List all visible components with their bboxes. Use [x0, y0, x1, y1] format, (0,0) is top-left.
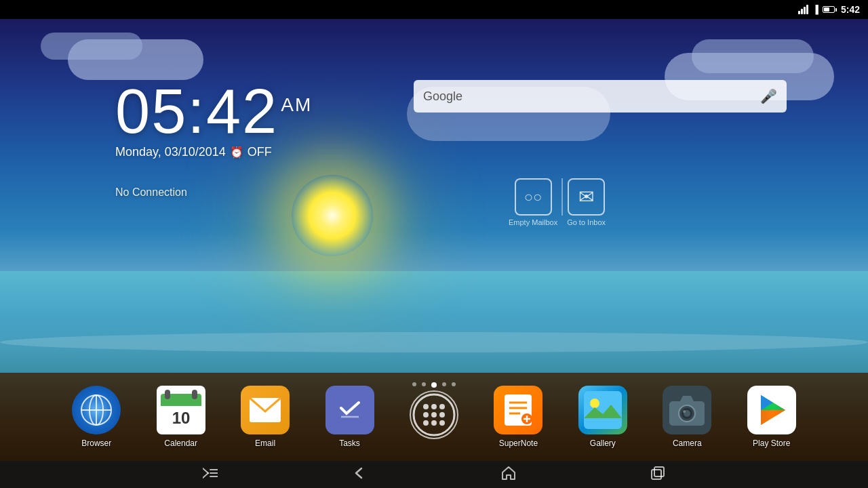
- svg-point-20: [423, 420, 429, 426]
- wallpaper: 05:42AM Monday, 03/10/2014 ⏰ OFF No Conn…: [0, 19, 868, 488]
- inbox-icon: ✉: [578, 186, 594, 208]
- app-supernote[interactable]: SuperNote: [494, 386, 542, 448]
- nav-back-button[interactable]: [347, 463, 372, 487]
- clock-date: Monday, 03/10/2014 ⏰ OFF: [115, 145, 312, 159]
- clock-time: 05:42AM: [115, 80, 312, 142]
- app-dock: Browser 10 Calendar: [0, 373, 868, 461]
- clock-ampm: AM: [281, 94, 312, 115]
- svg-rect-48: [654, 467, 664, 476]
- svg-text:10: 10: [172, 409, 190, 427]
- status-time: 5:42: [841, 4, 860, 15]
- svg-point-17: [423, 412, 429, 418]
- browser-label: Browser: [81, 439, 111, 448]
- empty-mailbox-label: Empty Mailbox: [509, 218, 557, 226]
- svg-point-22: [439, 420, 445, 426]
- svg-point-36: [683, 410, 686, 413]
- go-to-inbox-label: Go to Inbox: [567, 218, 606, 226]
- svg-line-43: [203, 473, 208, 478]
- cloud-4: [692, 39, 814, 73]
- svg-rect-7: [165, 390, 170, 399]
- svg-point-31: [590, 399, 599, 408]
- app-browser[interactable]: Browser: [72, 386, 121, 448]
- supernote-label: SuperNote: [499, 439, 538, 448]
- email-widget: ○○ Empty Mailbox ✉ Go to Inbox: [509, 178, 606, 226]
- nav-bar: [0, 461, 868, 488]
- google-search-bar[interactable]: Google 🎤: [414, 80, 787, 113]
- svg-line-42: [203, 468, 208, 473]
- email-icon: [241, 386, 290, 434]
- app-camera[interactable]: Camera: [663, 386, 711, 448]
- supernote-icon: [494, 386, 542, 434]
- go-to-inbox-button[interactable]: ✉: [568, 178, 605, 216]
- email-divider: [561, 178, 563, 216]
- svg-point-14: [423, 404, 429, 409]
- svg-point-15: [431, 404, 437, 409]
- battery-icon: [823, 6, 837, 13]
- nav-home-button[interactable]: [496, 463, 521, 487]
- status-bar: ▐ 5:42: [0, 0, 868, 19]
- svg-rect-30: [584, 391, 622, 429]
- app-email[interactable]: Email: [241, 386, 290, 448]
- app-calendar[interactable]: 10 Calendar: [157, 386, 205, 448]
- svg-rect-47: [652, 470, 661, 479]
- svg-point-21: [431, 420, 437, 426]
- tasks-label: Tasks: [339, 439, 360, 448]
- cloud-2: [41, 33, 142, 60]
- gallery-label: Gallery: [590, 439, 616, 448]
- calendar-label: Calendar: [164, 439, 197, 448]
- browser-icon: [72, 386, 121, 434]
- svg-point-16: [439, 404, 445, 409]
- ocean-highlight: [0, 332, 868, 352]
- tasks-icon: [326, 386, 374, 434]
- svg-point-18: [431, 412, 437, 418]
- playstore-label: Play Store: [753, 439, 790, 448]
- app-gallery[interactable]: Gallery: [578, 386, 627, 448]
- playstore-icon: [747, 386, 796, 434]
- app-playstore[interactable]: Play Store: [747, 386, 796, 448]
- camera-icon: [663, 386, 711, 434]
- camera-label: Camera: [673, 439, 702, 448]
- empty-mailbox-button[interactable]: ○○: [515, 178, 552, 216]
- signal-icon: ▐: [812, 5, 818, 14]
- nav-menu-button[interactable]: [197, 464, 223, 485]
- clock-widget: 05:42AM Monday, 03/10/2014 ⏰ OFF No Conn…: [115, 80, 312, 199]
- wifi-icon: [798, 5, 808, 14]
- email-label: Email: [255, 439, 275, 448]
- app-tasks[interactable]: Tasks: [326, 386, 374, 448]
- drawer-icon: [410, 390, 458, 439]
- calendar-icon: 10: [157, 386, 205, 434]
- nav-recent-button[interactable]: [645, 463, 671, 487]
- google-logo-text: Google: [423, 89, 753, 104]
- weather-info: No Connection: [115, 186, 312, 199]
- app-drawer[interactable]: [410, 390, 458, 443]
- svg-rect-6: [161, 401, 201, 406]
- alarm-icon: ⏰: [230, 146, 243, 159]
- svg-point-19: [439, 412, 445, 418]
- svg-rect-8: [192, 390, 197, 399]
- mic-icon[interactable]: 🎤: [760, 88, 777, 104]
- gallery-icon: [578, 386, 627, 434]
